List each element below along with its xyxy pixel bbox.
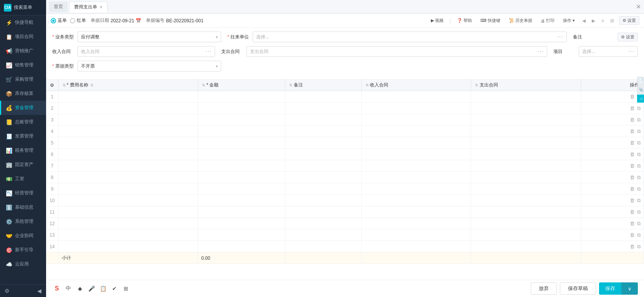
date-value[interactable]: 2022-09-21 [111, 18, 134, 23]
amount-sort-icon[interactable]: ⇅ [202, 83, 205, 87]
cell-expense-name[interactable] [58, 183, 198, 195]
cell-note[interactable] [285, 206, 361, 218]
delete-icon[interactable]: 🗑 [630, 186, 635, 192]
sidebar-item-payroll[interactable]: 💵 工资 [0, 172, 46, 186]
print-button[interactable]: 🖨 打印 [538, 17, 557, 24]
cell-expense-contract[interactable] [471, 229, 581, 241]
cell-amount[interactable] [198, 149, 285, 160]
view-list-icon[interactable]: ≡ [600, 18, 605, 23]
cell-income-contract[interactable] [361, 126, 471, 137]
cell-expense-name[interactable] [58, 172, 198, 183]
radio-red[interactable]: 红单 [70, 17, 86, 24]
save-main-button[interactable]: 保存 [599, 282, 622, 295]
check-icon[interactable]: ✔ [110, 284, 119, 293]
side-icon-1[interactable]: 📄 [637, 77, 644, 85]
cell-expense-contract[interactable] [471, 114, 581, 126]
cell-amount[interactable] [198, 195, 285, 206]
cell-expense-contract[interactable] [471, 149, 581, 160]
diamond-icon[interactable]: ◆ [75, 284, 84, 293]
sidebar-item-beginner[interactable]: 🎯 新手引导 [0, 243, 46, 257]
note-sort-icon[interactable]: ⇅ [289, 83, 292, 87]
cell-expense-name[interactable] [58, 229, 198, 241]
cell-income-contract[interactable] [361, 103, 471, 114]
table-settings-icon[interactable]: ⚙ [50, 83, 54, 88]
cell-expense-contract[interactable] [471, 103, 581, 114]
cell-income-contract[interactable] [361, 229, 471, 241]
delete-icon[interactable]: 🗑 [630, 128, 635, 134]
sidebar-item-inventory[interactable]: 📦 库存核算 [0, 86, 46, 101]
cell-income-contract[interactable] [361, 137, 471, 149]
copy-icon[interactable]: ⧉ [637, 209, 641, 215]
sort-down-icon[interactable]: ⇅ [90, 83, 93, 87]
sort-up-icon[interactable]: ⇅ [63, 83, 66, 87]
copy-icon[interactable]: ⧉ [637, 163, 641, 169]
form-settings-button[interactable]: ⚙ 设置 [618, 33, 638, 41]
side-icon-3[interactable]: ◁ [637, 95, 644, 103]
cell-income-contract[interactable] [361, 241, 471, 252]
cell-income-contract[interactable] [361, 195, 471, 206]
side-icon-2[interactable]: 📎 [637, 86, 644, 94]
sidebar-item-enterprise[interactable]: 🤝 企业协同 [0, 229, 46, 243]
delete-icon[interactable]: 🗑 [630, 197, 635, 203]
delete-icon[interactable]: 🗑 [630, 244, 635, 249]
income-contract-input[interactable]: 收入合同 ··· [78, 46, 215, 57]
radio-blue[interactable]: 蓝单 [51, 17, 67, 24]
calendar-icon[interactable]: 📅 [136, 18, 141, 23]
table-settings-header[interactable]: ⚙ [46, 80, 58, 91]
cell-expense-contract[interactable] [471, 218, 581, 229]
save-draft-button[interactable]: 保存草稿 [560, 282, 596, 295]
view-grid-icon[interactable]: ⊞ [609, 18, 615, 23]
cell-note[interactable] [285, 91, 361, 103]
mic-icon[interactable]: 🎤 [87, 284, 96, 293]
cell-expense-contract[interactable] [471, 160, 581, 172]
sidebar-item-capital[interactable]: 💰 资金管理 [0, 101, 46, 115]
cell-expense-contract[interactable] [471, 183, 581, 195]
cell-note[interactable] [285, 183, 361, 195]
cell-expense-name[interactable] [58, 149, 198, 160]
expense-contract-input[interactable]: 支出合同 ··· [247, 46, 547, 57]
cell-income-contract[interactable] [361, 114, 471, 126]
copy-icon[interactable]: ⧉ [637, 140, 641, 146]
cell-note[interactable] [285, 126, 361, 137]
copy-icon[interactable]: ⧉ [637, 105, 641, 111]
cell-income-contract[interactable] [361, 160, 471, 172]
sidebar-item-basic-info[interactable]: ℹ️ 基础信息 [0, 200, 46, 214]
cell-income-contract[interactable] [361, 218, 471, 229]
cell-expense-contract[interactable] [471, 137, 581, 149]
copy-icon[interactable]: ⧉ [637, 186, 641, 192]
collapse-icon[interactable]: ◀ [37, 288, 41, 294]
cell-amount[interactable] [198, 103, 285, 114]
cell-note[interactable] [285, 149, 361, 160]
cell-amount[interactable] [198, 114, 285, 126]
cell-amount[interactable] [198, 172, 285, 183]
cell-expense-name[interactable] [58, 160, 198, 172]
cell-note[interactable] [285, 241, 361, 252]
copy-icon[interactable]: ⧉ [637, 221, 641, 227]
invoice-type-input[interactable]: 不开票 ▾ [78, 61, 221, 71]
cell-expense-name[interactable] [58, 195, 198, 206]
cell-expense-name[interactable] [58, 126, 198, 137]
cell-expense-contract[interactable] [471, 206, 581, 218]
copy-icon[interactable]: ⧉ [637, 197, 641, 204]
nav-prev-icon[interactable]: ◀ [581, 18, 587, 23]
cell-income-contract[interactable] [361, 149, 471, 160]
cell-amount[interactable] [198, 241, 285, 252]
sidebar-item-invoice[interactable]: 🧾 发票管理 [0, 129, 46, 143]
expense-sort-icon[interactable]: ⇅ [475, 83, 478, 87]
copy-icon[interactable]: ⧉ [637, 232, 641, 238]
video-button[interactable]: ▶ 视频 [429, 17, 446, 24]
sidebar-item-purchase[interactable]: 🛒 采购管理 [0, 72, 46, 86]
delete-icon[interactable]: 🗑 [630, 151, 635, 157]
sidebar-item-fixed-assets[interactable]: 🏢 固定资产 [0, 158, 46, 172]
delete-icon[interactable]: 🗑 [630, 94, 635, 100]
copy-icon[interactable]: ⧉ [637, 128, 641, 134]
tab-expense-form[interactable]: 费用支出单 ✕ [69, 2, 108, 12]
copy-icon[interactable]: ⧉ [637, 244, 641, 250]
settings-button[interactable]: ⚙ 设置 [619, 16, 639, 25]
sidebar-item-system[interactable]: ⚙️ 系统管理 [0, 214, 46, 229]
cell-note[interactable] [285, 103, 361, 114]
tab-close-icon[interactable]: ✕ [99, 5, 103, 9]
cell-amount[interactable] [198, 91, 285, 103]
cell-expense-name[interactable] [58, 241, 198, 252]
cell-expense-name[interactable] [58, 114, 198, 126]
